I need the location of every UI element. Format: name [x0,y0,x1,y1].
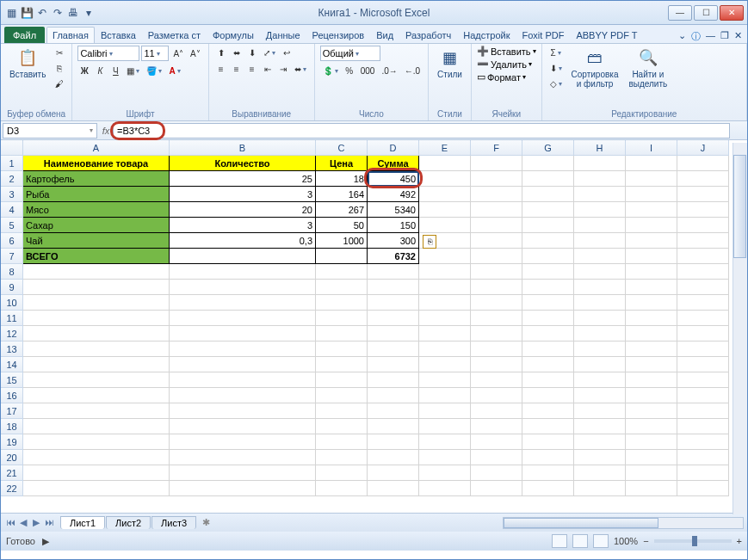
cell[interactable] [522,280,574,295]
window-min-icon[interactable]: — [706,30,715,43]
more-icon[interactable]: ▾ [82,6,96,20]
cut-icon[interactable]: ✂ [53,46,66,59]
row-header[interactable]: 3 [1,187,23,202]
font-name-select[interactable]: Calibri [77,46,139,61]
find-select-button[interactable]: 🔍 Найти и выделить [625,46,671,90]
cell[interactable] [419,264,471,280]
zoom-out-icon[interactable]: − [643,536,648,546]
cell[interactable] [419,295,471,311]
cell[interactable] [626,249,677,264]
cell[interactable] [419,187,471,202]
cell[interactable] [626,419,677,434]
row-header[interactable]: 21 [1,465,23,481]
underline-button[interactable]: Ч [108,64,122,77]
cell[interactable] [677,156,729,171]
cell[interactable] [574,434,626,450]
cell[interactable] [316,249,368,264]
cell[interactable]: 0,3 [170,233,316,249]
cell[interactable] [23,326,170,342]
column-header[interactable]: E [419,140,471,156]
cell[interactable] [471,450,522,465]
cell[interactable] [316,481,368,496]
cell[interactable] [574,450,626,465]
undo-icon[interactable]: ↶ [35,6,49,20]
cell[interactable] [626,171,677,187]
cell[interactable] [574,465,626,481]
select-all-button[interactable] [1,140,23,156]
cell[interactable] [574,481,626,496]
align-right-icon[interactable]: ≡ [245,62,259,76]
row-header[interactable]: 19 [1,434,23,450]
cell[interactable] [471,202,522,218]
cell[interactable] [626,326,677,342]
cell[interactable] [677,233,729,249]
close-button[interactable]: ✕ [720,5,744,21]
cell[interactable]: 50 [316,218,368,233]
dec-decimal-icon[interactable]: ←.0 [402,64,423,77]
cell[interactable] [574,218,626,233]
bold-button[interactable]: Ж [77,64,91,77]
cell[interactable] [471,187,522,202]
cell[interactable] [677,419,729,434]
cell[interactable] [574,171,626,187]
cell[interactable] [471,465,522,481]
row-header[interactable]: 8 [1,264,23,280]
cell[interactable] [626,156,677,171]
inc-decimal-icon[interactable]: .0→ [379,64,399,77]
cell[interactable] [368,419,419,434]
cell[interactable] [471,233,522,249]
cell[interactable] [574,156,626,171]
zoom-in-icon[interactable]: + [737,536,742,546]
cell[interactable] [626,434,677,450]
cell[interactable] [626,187,677,202]
cell[interactable] [419,481,471,496]
cell[interactable]: Рыба [23,187,170,202]
cell[interactable] [170,419,316,434]
fx-icon[interactable]: fx [99,126,113,136]
cell[interactable] [368,403,419,419]
align-center-icon[interactable]: ≡ [230,62,244,76]
cell[interactable] [368,326,419,342]
cell[interactable] [522,403,574,419]
cell[interactable] [677,326,729,342]
indent-inc-icon[interactable]: ⇥ [276,62,290,76]
cell[interactable] [677,342,729,357]
cell[interactable] [574,187,626,202]
cell[interactable] [419,202,471,218]
cell[interactable] [368,434,419,450]
row-header[interactable]: 11 [1,311,23,326]
tab-foxit[interactable]: Foxit PDF [516,27,571,43]
cell[interactable]: 150 [368,218,419,233]
cell[interactable] [626,372,677,388]
cell[interactable] [522,372,574,388]
cell[interactable] [677,218,729,233]
cell[interactable]: 5340 [368,202,419,218]
row-header[interactable]: 18 [1,419,23,434]
cell[interactable] [574,403,626,419]
cell[interactable] [522,249,574,264]
delete-cells-button[interactable]: ➖Удалить▾ [477,58,536,70]
row-header[interactable]: 6 [1,233,23,249]
fill-icon[interactable]: ⬇ [547,61,565,75]
page-layout-view-icon[interactable] [572,534,588,548]
cell[interactable] [626,403,677,419]
indent-dec-icon[interactable]: ⇤ [261,62,275,76]
minimize-button[interactable]: — [668,5,692,21]
cell[interactable] [419,372,471,388]
name-box[interactable]: D3▾ [3,123,97,138]
cell[interactable] [368,264,419,280]
cell[interactable] [471,403,522,419]
cell[interactable]: Количество [170,156,316,171]
cell[interactable] [419,171,471,187]
cell[interactable] [626,357,677,372]
cell[interactable]: Наименование товара [23,156,170,171]
fill-color-button[interactable]: 🪣 [144,64,164,77]
row-header[interactable]: 15 [1,372,23,388]
sheet-tab[interactable]: Лист3 [151,516,196,529]
cell[interactable] [574,233,626,249]
cell[interactable]: 267 [316,202,368,218]
formula-input[interactable]: =B3*C3 [113,123,730,138]
tab-formulas[interactable]: Формулы [207,27,260,43]
cell[interactable] [316,388,368,403]
cell[interactable] [626,295,677,311]
